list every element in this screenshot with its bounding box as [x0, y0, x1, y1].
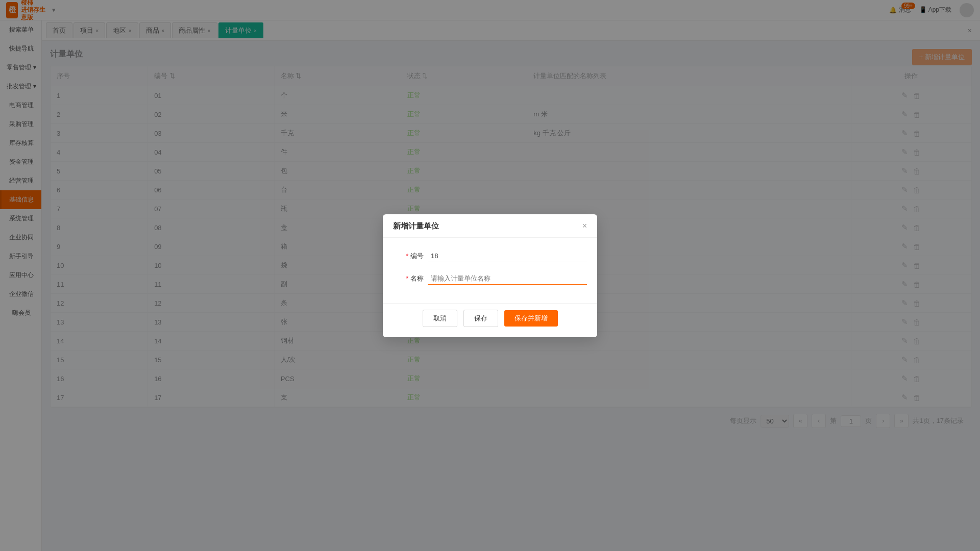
- name-label: * 名称: [393, 274, 424, 283]
- code-label: * 编号: [393, 252, 424, 261]
- form-row-name: * 名称: [393, 272, 587, 285]
- save-and-new-button[interactable]: 保存并新增: [504, 310, 558, 327]
- form-row-code: * 编号: [393, 250, 587, 262]
- cancel-button[interactable]: 取消: [423, 310, 457, 327]
- modal-close-button[interactable]: ×: [582, 221, 587, 231]
- modal-overlay[interactable]: 新增计量单位 × * 编号 * 名称 取消 保存 保存并新增: [0, 0, 980, 551]
- modal-header: 新增计量单位 ×: [383, 214, 597, 238]
- modal-add-uom: 新增计量单位 × * 编号 * 名称 取消 保存 保存并新增: [383, 214, 597, 337]
- modal-title: 新增计量单位: [393, 221, 439, 231]
- name-input[interactable]: [428, 272, 587, 285]
- save-button[interactable]: 保存: [463, 310, 498, 327]
- modal-body: * 编号 * 名称: [383, 238, 597, 303]
- code-input[interactable]: [428, 250, 587, 262]
- modal-footer: 取消 保存 保存并新增: [383, 303, 597, 337]
